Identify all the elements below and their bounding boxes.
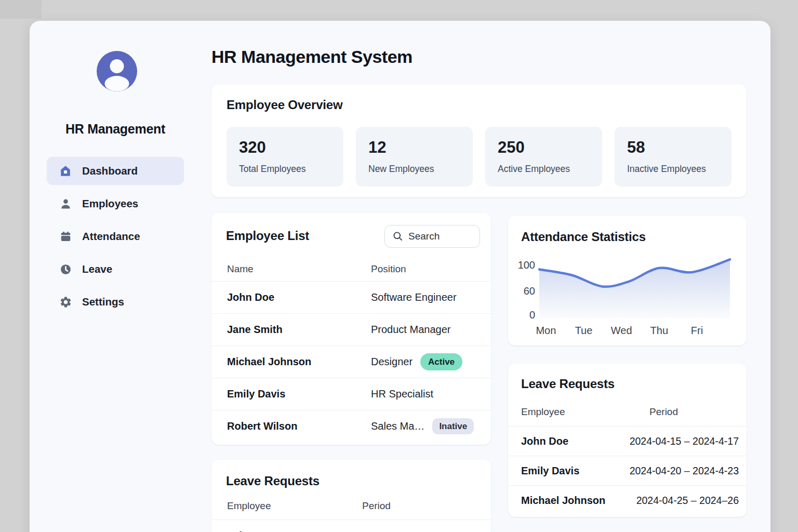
attendance-statistics-panel: Attendance Statistics 100600 MonTueWedTh… [508,216,747,345]
stat-label: Active Employees [498,164,590,175]
home-icon [58,164,73,178]
employee-list-title: Employee List [226,229,309,243]
sidebar-item-label: Settings [82,296,124,308]
sidebar-item-label: Employees [82,197,138,210]
app-window: HR Management Dashboard E [30,21,770,532]
search-icon [392,231,404,242]
status-badge: Inative [432,418,474,434]
stat-label: Inactive Employees [627,164,719,175]
y-tick-label: 60 [524,285,535,297]
stat-value: 250 [498,138,590,157]
stat-value: 320 [239,138,331,157]
employee-overview-panel: Employee Overview 320 Total Employees 12… [211,84,747,197]
employee-list-panel: Employee List Name Position John Doe Sof… [211,213,491,445]
x-tick-label: Mon [536,325,556,337]
calendar-icon [58,230,73,243]
chart-area-fill [539,259,730,319]
sidebar-item-leave[interactable]: Leave [47,255,184,283]
sidebar-nav: Dashboard Employees [47,157,184,321]
y-tick-label: 100 [518,259,535,271]
leave-employee: Michael Johnson [521,495,605,507]
leave-employee: John Doe [227,530,362,532]
attendance-title: Attendance Statistics [521,230,646,244]
leave-requests-title: Leave Requests [226,474,320,488]
stat-cards: 320 Total Employees 12 New Employees 250… [227,127,732,187]
x-tick-label: Thu [650,325,668,337]
leave-period: 2024-04-25 – 2024–26 [605,495,739,507]
stat-label: Total Employees [239,164,331,175]
chart-y-axis: 100600 [512,258,535,319]
user-avatar-icon [96,50,138,92]
employee-position: Sales Ma… [371,420,424,432]
desktop-background-corner [0,0,42,19]
clock-icon [58,262,73,276]
employee-position-cell: Sales Ma… Inative [371,418,491,434]
column-header-period: Period [649,406,678,418]
chart-x-axis: MonTueWedThuFri [539,325,730,338]
table-row: Michael Johnson 2024-04-25 – 2024–26 [508,485,747,515]
sidebar-item-employees[interactable]: Employees [47,190,184,218]
brand-name: HR Management [47,122,184,137]
sidebar-item-attendance[interactable]: Attendance [47,222,184,250]
sidebar-item-label: Dashboard [82,165,138,177]
employee-position: Designer [371,356,413,368]
leave-requests-title: Leave Requests [521,377,615,391]
leave-table-columns: Employee Period [508,398,747,426]
sidebar-item-label: Attendance [82,230,140,243]
employee-position: Product Manager [371,324,491,336]
employee-name: John Doe [227,291,371,303]
table-row: John Doe 2024-04-15 – 2024-4-17 [211,520,491,532]
stat-value: 12 [368,138,460,157]
column-header-name: Name [227,263,371,275]
employee-name: Emily Davis [227,388,371,400]
employee-name: Jane Smith [227,324,371,336]
table-row: Robert Wilson Sales Ma… Inative [211,410,491,442]
gear-icon [58,295,73,309]
x-tick-label: Wed [611,325,632,337]
x-tick-label: Tue [575,325,593,337]
sidebar-item-label: Leave [82,263,112,275]
table-row: Emily Davis HR Specialist [211,378,491,410]
leave-table-rows: John Doe 2024-04-15 – 2024-4-17 [211,520,491,532]
column-header-position: Position [371,263,491,275]
employee-position: Software Engineer [371,291,491,303]
employee-overview-title: Employee Overview [227,98,732,112]
employee-position-cell: Designer Active [371,353,491,370]
leave-table-rows: John Doe 2024-04-15 – 2024-4-17 Emily Da… [508,426,747,515]
leave-period: 2024-04-15 – 2024-4-17 [362,530,491,532]
column-header-employee: Employee [227,500,362,512]
search-box[interactable] [384,225,480,248]
leave-table-columns: Employee Period [211,492,491,520]
employee-list-header: Employee List [211,213,491,257]
leave-employee: John Doe [521,435,568,447]
y-tick-label: 0 [529,309,535,321]
table-row: John Doe 2024-04-15 – 2024-4-17 [508,426,747,456]
leave-period: 2024-04-15 – 2024-4-17 [568,435,739,447]
table-row: John Doe Software Engineer [211,281,491,313]
stat-card-inactive-employees: 58 Inactive Employees [615,127,732,187]
column-header-period: Period [362,500,491,512]
employee-position: HR Specialist [371,388,491,400]
employee-name: Michael Johnson [227,356,371,368]
column-header-employee: Employee [521,406,649,418]
sidebar-item-settings[interactable]: Settings [47,288,184,316]
stat-card-total-employees: 320 Total Employees [227,127,343,187]
leave-requests-side-panel: Leave Requests Employee Period John Doe … [508,364,747,517]
table-row: Jane Smith Product Manager [211,313,491,345]
search-input[interactable] [408,231,471,242]
x-tick-label: Fri [691,325,703,337]
leave-period: 2024-04-20 – 2024-4-23 [579,465,739,477]
attendance-line-chart [539,258,730,319]
leave-employee: Emily Davis [521,465,579,477]
stat-value: 58 [627,138,719,157]
stat-card-new-employees: 12 New Employees [356,127,473,187]
status-badge: Active [420,353,462,370]
person-icon [58,197,73,210]
leave-requests-bottom-panel: Leave Requests Employee Period John Doe … [211,460,491,532]
page-title: HR Management System [211,47,413,67]
table-row: Michael Johnson Designer Active [211,345,491,378]
employee-name: Robert Wilson [227,420,371,432]
stat-card-active-employees: 250 Active Employees [485,127,602,187]
sidebar-item-dashboard[interactable]: Dashboard [47,157,184,185]
stat-label: New Employees [368,164,460,175]
